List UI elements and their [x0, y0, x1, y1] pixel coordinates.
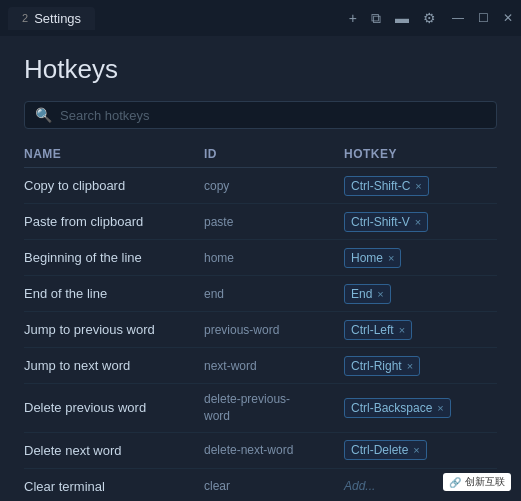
table-row: Jump to next wordnext-wordCtrl-Right× — [24, 348, 497, 384]
hotkey-label: Ctrl-Backspace — [351, 401, 432, 415]
table-row: Beginning of the linehomeHome× — [24, 240, 497, 276]
table-row: Copy to clipboardcopyCtrl-Shift-C× — [24, 168, 497, 204]
search-icon: 🔍 — [35, 107, 52, 123]
cell-hotkey: Ctrl-Shift-V× — [344, 212, 497, 232]
window-controls: — ☐ ✕ — [452, 11, 513, 25]
title-bar: 2 Settings + ⧉ ▬ ⚙ — ☐ ✕ — [0, 0, 521, 36]
menu-icon[interactable]: ▬ — [395, 10, 409, 26]
hotkey-label: Ctrl-Left — [351, 323, 394, 337]
cell-hotkey: Ctrl-Delete× — [344, 440, 497, 460]
hotkey-remove-button[interactable]: × — [415, 180, 421, 192]
table-row: Delete previous worddelete-previous- wor… — [24, 384, 497, 433]
search-box: 🔍 — [24, 101, 497, 129]
cell-id: paste — [204, 215, 344, 229]
hotkey-label: Ctrl-Shift-C — [351, 179, 410, 193]
col-header-id: ID — [204, 147, 344, 161]
cell-hotkey: Ctrl-Backspace× — [344, 398, 497, 418]
hotkey-remove-button[interactable]: × — [388, 252, 394, 264]
duplicate-icon[interactable]: ⧉ — [371, 10, 381, 27]
close-button[interactable]: ✕ — [503, 11, 513, 25]
cell-hotkey: Ctrl-Right× — [344, 356, 497, 376]
cell-id: previous-word — [204, 323, 344, 337]
tab-number: 2 — [22, 12, 28, 24]
hotkey-badge: Ctrl-Shift-V× — [344, 212, 428, 232]
table-row: End of the lineendEnd× — [24, 276, 497, 312]
minimize-button[interactable]: — — [452, 11, 464, 25]
table-row: Jump to previous wordprevious-wordCtrl-L… — [24, 312, 497, 348]
cell-name: Paste from clipboard — [24, 214, 204, 229]
settings-icon[interactable]: ⚙ — [423, 10, 436, 26]
hotkey-remove-button[interactable]: × — [399, 324, 405, 336]
page-title: Hotkeys — [24, 54, 497, 85]
hotkey-label: Ctrl-Shift-V — [351, 215, 410, 229]
cell-id: home — [204, 251, 344, 265]
cell-name: Delete next word — [24, 443, 204, 458]
main-content: Hotkeys 🔍 Name ID Hotkey Copy to clipboa… — [0, 36, 521, 501]
watermark-icon: 🔗 — [449, 477, 461, 488]
hotkey-badge: Home× — [344, 248, 401, 268]
hotkey-remove-button[interactable]: × — [437, 402, 443, 414]
cell-hotkey: Ctrl-Left× — [344, 320, 497, 340]
hotkey-badge: Ctrl-Shift-C× — [344, 176, 429, 196]
search-input[interactable] — [60, 108, 486, 123]
table-body: Copy to clipboardcopyCtrl-Shift-C×Paste … — [24, 168, 497, 501]
new-tab-icon[interactable]: + — [349, 10, 357, 26]
cell-id: delete-previous- word — [204, 391, 344, 425]
col-header-name: Name — [24, 147, 204, 161]
cell-name: Jump to previous word — [24, 322, 204, 337]
cell-name: Beginning of the line — [24, 250, 204, 265]
cell-id: next-word — [204, 359, 344, 373]
cell-name: Clear terminal — [24, 479, 204, 494]
hotkey-badge: Ctrl-Left× — [344, 320, 412, 340]
tab-label: Settings — [34, 11, 81, 26]
watermark: 🔗 创新互联 — [443, 473, 511, 491]
cell-id: clear — [204, 479, 344, 493]
cell-name: End of the line — [24, 286, 204, 301]
hotkey-remove-button[interactable]: × — [407, 360, 413, 372]
maximize-button[interactable]: ☐ — [478, 11, 489, 25]
table-row: Delete next worddelete-next-wordCtrl-Del… — [24, 433, 497, 469]
cell-hotkey: Ctrl-Shift-C× — [344, 176, 497, 196]
table-row: Clear terminalclearAdd... — [24, 469, 497, 501]
table-row: Paste from clipboardpasteCtrl-Shift-V× — [24, 204, 497, 240]
hotkey-remove-button[interactable]: × — [413, 444, 419, 456]
hotkey-badge: Ctrl-Delete× — [344, 440, 427, 460]
cell-hotkey: End× — [344, 284, 497, 304]
cell-name: Copy to clipboard — [24, 178, 204, 193]
hotkey-label: Ctrl-Delete — [351, 443, 408, 457]
hotkey-remove-button[interactable]: × — [415, 216, 421, 228]
watermark-text: 创新互联 — [465, 475, 505, 489]
cell-id: end — [204, 287, 344, 301]
table-header: Name ID Hotkey — [24, 147, 497, 168]
hotkey-label: End — [351, 287, 372, 301]
hotkey-label: Ctrl-Right — [351, 359, 402, 373]
cell-id: delete-next-word — [204, 443, 344, 457]
cell-name: Jump to next word — [24, 358, 204, 373]
cell-name: Delete previous word — [24, 400, 204, 415]
titlebar-icons: + ⧉ ▬ ⚙ — [349, 10, 436, 27]
hotkey-remove-button[interactable]: × — [377, 288, 383, 300]
hotkey-badge: Ctrl-Right× — [344, 356, 420, 376]
hotkey-label: Home — [351, 251, 383, 265]
hotkey-badge: End× — [344, 284, 391, 304]
settings-tab[interactable]: 2 Settings — [8, 7, 95, 30]
cell-hotkey: Home× — [344, 248, 497, 268]
col-header-hotkey: Hotkey — [344, 147, 497, 161]
hotkey-add-label[interactable]: Add... — [344, 479, 375, 493]
hotkey-badge: Ctrl-Backspace× — [344, 398, 451, 418]
cell-id: copy — [204, 179, 344, 193]
